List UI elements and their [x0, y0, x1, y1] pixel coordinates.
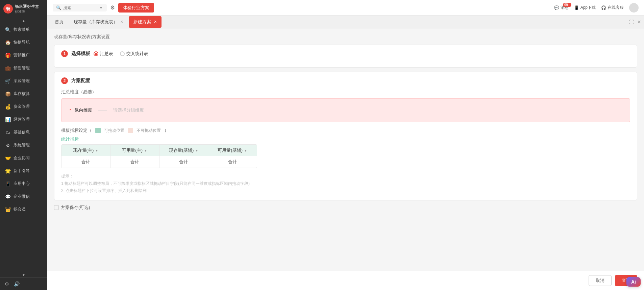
sidebar: 畅 畅康通好生意 标准版 ▲ 🔍 搜索菜单 🏠 快捷导航 🎁 营销推广 💼 销售… [0, 0, 47, 290]
sidebar-logo: 畅 畅康通好生意 标准版 [0, 0, 47, 18]
settings-icon[interactable]: ⚙ [5, 281, 9, 287]
star-icon: 🌟 [5, 168, 11, 174]
sidebar-scroll-down[interactable]: ▼ [0, 272, 47, 277]
sidebar-item-quicknav[interactable]: 🏠 快捷导航 [0, 36, 47, 49]
crown-icon: 👑 [5, 207, 11, 213]
money-icon: 💰 [5, 104, 11, 110]
phone-icon: 📱 [574, 5, 579, 10]
col-header-3[interactable]: 可用量(基辅) ▼ [208, 145, 257, 156]
sidebar-nav: 🔍 搜索菜单 🏠 快捷导航 🎁 营销推广 💼 销售管理 🛒 采购管理 📦 库存核… [0, 23, 47, 272]
dropdown-icon[interactable]: ▼ [99, 5, 103, 10]
volume-icon[interactable]: 🔊 [14, 281, 20, 287]
undraggable-badge [128, 128, 133, 133]
sidebar-item-inventory[interactable]: 📦 库存核算 [0, 88, 47, 100]
sidebar-item-purchase[interactable]: 🛒 采购管理 [0, 75, 47, 88]
page-title: 现存量(库存状况表)方案设置 [54, 34, 637, 40]
sidebar-item-newguide[interactable]: 🌟 新手引导 [0, 165, 47, 177]
dimension-vertical-label: 纵向维度 [75, 107, 92, 113]
mobile-icon: 📱 [5, 181, 11, 187]
sidebar-item-basic[interactable]: 🗂 基础信息 [0, 126, 47, 139]
sidebar-item-label: 搜索菜单 [14, 27, 30, 32]
cart-icon: 🛒 [5, 78, 11, 84]
chart-icon: 📊 [5, 117, 11, 123]
folder-icon: 🗂 [5, 129, 11, 136]
sidebar-item-marketing[interactable]: 🎁 营销推广 [0, 49, 47, 62]
dimension-box[interactable]: * 纵向维度 —— 请选择分组维度 [61, 98, 630, 122]
summary-dimension-label: 汇总维度（必选） [61, 89, 630, 95]
radio-circle-summary [94, 51, 98, 56]
tabbar: 首页 现存量（库存状况表） ✕ 新建方案 ✕ ⛶ ✕ [47, 16, 644, 28]
sidebar-item-operation[interactable]: 📊 经营管理 [0, 113, 47, 126]
col-header-2[interactable]: 现存量(基辅) ▼ [159, 145, 208, 156]
tab-close-icon[interactable]: ✕ [120, 20, 123, 24]
online-service-button[interactable]: 🎧 在线客服 [601, 5, 624, 10]
sidebar-bottom: ⚙ 🔊 [0, 277, 47, 290]
logo-icon: 畅 [3, 4, 13, 14]
sidebar-item-cooperation[interactable]: 🤝 企业协同 [0, 152, 47, 165]
content-wrapper: 现存量(库存状况表)方案设置 1 选择模板 汇总表 [47, 28, 644, 290]
tab-maximize-icon[interactable]: ⛶ [629, 19, 634, 25]
sidebar-item-system[interactable]: ⚙ 系统管理 [0, 139, 47, 152]
save-checkbox[interactable] [54, 205, 59, 210]
template-radio-group: 汇总表 交叉统计表 [94, 51, 148, 57]
section-step2: 2 方案配置 汇总维度（必选） * 纵向维度 —— 请选择分组维度 模板指标设定… [54, 72, 637, 200]
search-icon: 🔍 [56, 5, 61, 10]
main-area: 🔍 ▼ ⚙ 体验行业方案 💬 消息 99+ 📱 App下载 🎧 在线客服 [47, 0, 644, 290]
step2-header: 2 方案配置 [61, 77, 630, 84]
sales-icon: 💼 [5, 65, 11, 71]
radio-summary[interactable]: 汇总表 [94, 51, 113, 57]
radio-circle-cross [120, 51, 125, 56]
col-dropdown-1[interactable]: ▼ [144, 149, 147, 152]
headset-icon: 🎧 [601, 5, 606, 10]
col-dropdown-3[interactable]: ▼ [244, 149, 247, 152]
search-input[interactable] [63, 5, 97, 10]
tab-inventory-status[interactable]: 现存量（库存状况表） ✕ [69, 16, 128, 28]
save-option[interactable]: 方案保存(可选) [54, 204, 637, 211]
step1-header: 1 选择模板 汇总表 交叉统计表 [61, 50, 630, 57]
sidebar-item-label: 经营管理 [14, 117, 30, 122]
sidebar-item-apps[interactable]: 📱 应用中心 [0, 177, 47, 190]
step2-title: 方案配置 [71, 78, 90, 84]
tab-close-active-icon[interactable]: ✕ [154, 20, 157, 24]
col-header-0[interactable]: 现存量(主) ▼ [61, 145, 110, 156]
sidebar-item-sales[interactable]: 💼 销售管理 [0, 62, 47, 75]
indicator-label-close-paren: ） [164, 127, 169, 134]
sidebar-scroll-up[interactable]: ▲ [0, 18, 47, 23]
col-header-1[interactable]: 可用量(主) ▼ [110, 145, 159, 156]
radio-cross[interactable]: 交叉统计表 [120, 51, 148, 57]
home-icon: 🏠 [5, 40, 11, 46]
app-download-button[interactable]: 📱 App下载 [574, 5, 596, 10]
sidebar-item-finance[interactable]: 💰 资金管理 [0, 100, 47, 113]
sidebar-item-label: 应用中心 [14, 181, 30, 187]
topbar: 🔍 ▼ ⚙ 体验行业方案 💬 消息 99+ 📱 App下载 🎧 在线客服 [47, 0, 644, 16]
message-icon: 💬 [554, 5, 559, 10]
stats-table-body: 合计 合计 合计 合计 [61, 156, 257, 168]
gear-icon[interactable]: ⚙ [110, 4, 115, 11]
col-dropdown-2[interactable]: ▼ [195, 149, 198, 152]
required-mark: * [70, 108, 71, 113]
sidebar-item-wechat[interactable]: 💬 企业微信 [0, 190, 47, 203]
step1-num: 1 [61, 50, 68, 57]
sidebar-item-label: 新手引导 [14, 168, 30, 174]
cancel-button[interactable]: 取消 [589, 275, 612, 286]
draggable-label: 可拖动位置 [104, 128, 124, 134]
sidebar-item-label: 企业微信 [14, 194, 30, 199]
sidebar-item-label: 基础信息 [14, 129, 30, 135]
indicator-settings: 模板指标设定（ 可拖动位置 不可拖动位置 ） [61, 127, 630, 134]
industry-plan-button[interactable]: 体验行业方案 [118, 3, 154, 13]
message-button[interactable]: 💬 消息 99+ [554, 5, 569, 10]
content-area: 现存量(库存状况表)方案设置 1 选择模板 汇总表 [47, 28, 644, 271]
ai-badge[interactable]: Ai [626, 277, 641, 287]
tab-home[interactable]: 首页 [50, 16, 68, 28]
user-avatar[interactable] [629, 3, 639, 13]
sidebar-item-member[interactable]: 👑 畅会员 [0, 203, 47, 216]
stats-table-header: 现存量(主) ▼ 可用量(主) ▼ 现存量(基辅) ▼ [61, 145, 257, 156]
tab-close-all-icon[interactable]: ✕ [637, 19, 641, 25]
sidebar-item-search[interactable]: 🔍 搜索菜单 [0, 23, 47, 36]
logo-text: 畅康通好生意 标准版 [15, 4, 39, 14]
save-option-label: 方案保存(可选) [61, 204, 90, 211]
tips-section: 提示： 1.拖动标题栏可以调整布局，不可跨维度或指标区域拖动栏目字段(只能在同一… [61, 173, 630, 195]
tab-new-plan[interactable]: 新建方案 ✕ [129, 16, 162, 28]
col-dropdown-0[interactable]: ▼ [95, 149, 98, 152]
search-icon: 🔍 [5, 27, 11, 33]
